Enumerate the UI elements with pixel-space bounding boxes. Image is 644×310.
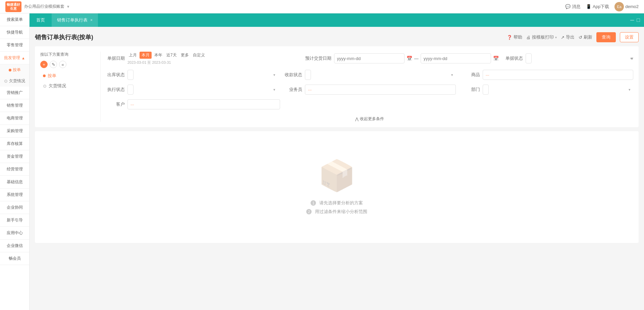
exec-status-label: 执行状态 <box>106 87 125 93</box>
receipt-status-label: 收款状态 <box>283 72 302 78</box>
sidebar-label-search: 搜索菜单 <box>1 17 28 22</box>
receipt-status-select[interactable] <box>305 70 311 80</box>
tab-close-icon[interactable]: × <box>90 18 93 22</box>
dept-select[interactable] <box>483 85 489 95</box>
message-button[interactable]: 💬 消息 <box>565 4 581 10</box>
sidebar-label-enterprise: 企业协同 <box>1 205 28 210</box>
expected-date-range: 📅 — 📅 <box>334 53 499 63</box>
filter-row-2: 出库状态 收款状态 <box>106 70 633 80</box>
doc-status-select[interactable] <box>526 53 532 63</box>
filter-row-4: 客户 <box>106 99 633 109</box>
sidebar-item-apps[interactable]: 应用中心 <box>0 227 29 240</box>
sidebar-sub-item-debt[interactable]: ⊙ 欠货情况 <box>0 75 29 87</box>
page-actions: ❓ 帮助 🖨 按模板打印 ▾ ↗ 导出 ↺ 刷新 <box>507 32 639 42</box>
filter-field-expected-date: 预计交货日期 📅 — 📅 <box>305 53 499 63</box>
goods-label: 商品 <box>461 72 480 78</box>
plan-item-debt[interactable]: ⊙ 欠货情况 <box>40 81 96 91</box>
plan-item-press[interactable]: 按单 <box>40 71 96 81</box>
date-tab-current-month[interactable]: 本月 <box>140 52 152 59</box>
salesperson-input[interactable] <box>305 85 455 95</box>
sidebar-item-newbie[interactable]: 新手引导 <box>0 214 29 227</box>
date-tab-more[interactable]: 更多 <box>179 52 190 59</box>
add-plan-button[interactable]: + <box>40 61 48 68</box>
sidebar-item-enterprise[interactable]: 企业协同 <box>0 201 29 214</box>
print-button[interactable]: 🖨 按模板打印 ▾ <box>526 34 557 40</box>
dept-select-wrapper <box>483 85 633 95</box>
salesperson-label: 业务员 <box>283 87 302 93</box>
content-area: 首页 销售订单执行表 × ─ □ 销售订单执行表(按单) ❓ 帮助 <box>30 13 644 310</box>
collapse-up-icon: ⋀ <box>355 117 359 121</box>
doc-status-label: 单据状态 <box>504 55 523 61</box>
collapse-plan-button[interactable]: « <box>59 61 66 68</box>
filter-row-1: 单据日期 上月 本月 本年 近7天 更多 自定义 <box>106 52 633 65</box>
filter-field-goods: 商品 <box>461 70 633 80</box>
edit-plan-button[interactable]: ✎ <box>50 61 57 68</box>
export-icon: ↗ <box>561 35 565 40</box>
sidebar-item-member[interactable]: 畅会员 <box>0 252 29 265</box>
sidebar-item-purchase[interactable]: 采购管理 <box>0 125 29 138</box>
tab-maximize-icon[interactable]: □ <box>637 17 640 23</box>
sidebar-item-quick-nav[interactable]: 快捷导航 <box>0 26 29 39</box>
sidebar-label-newbie: 新手引导 <box>1 217 28 223</box>
sidebar-item-stock[interactable]: 库存核算 <box>0 138 29 150</box>
exec-status-select[interactable] <box>127 85 133 95</box>
stock-status-select[interactable] <box>127 70 133 80</box>
help-button[interactable]: ❓ 帮助 <box>507 34 522 40</box>
filter-field-customer: 客户 <box>106 99 280 109</box>
refresh-button[interactable]: ↺ 刷新 <box>579 34 592 40</box>
tab-minimize-icon[interactable]: ─ <box>630 17 634 23</box>
sidebar-item-retail[interactable]: 零售管理 <box>0 39 29 52</box>
sidebar-label-purchase: 采购管理 <box>1 128 28 134</box>
sidebar-label-ecommerce: 电商管理 <box>1 115 28 121</box>
date-label: 单据日期 <box>106 55 125 61</box>
sidebar-item-system[interactable]: 系统管理 <box>0 189 29 201</box>
empty-text-2: 2 用过滤条件来缩小分析范围 <box>306 207 367 216</box>
plan-debt-label: 欠货情况 <box>49 83 66 89</box>
tab-sales-exec-label: 销售订单执行表 <box>57 17 88 23</box>
page-header: 销售订单执行表(按单) ❓ 帮助 🖨 按模板打印 ▾ ↗ 导出 <box>35 32 639 42</box>
filter-field-receipt-status: 收款状态 <box>283 70 455 80</box>
tab-home-label: 首页 <box>36 17 45 23</box>
sidebar-item-marketing[interactable]: 营销推广 <box>0 87 29 99</box>
message-icon: 💬 <box>565 4 571 9</box>
app-dropdown-icon[interactable]: ▾ <box>67 4 69 9</box>
logo-text: 畅捷通好生意 <box>5 3 21 11</box>
sidebar-item-ecommerce[interactable]: 电商管理 <box>0 112 29 125</box>
date-tab-current-year[interactable]: 本年 <box>153 52 164 59</box>
sidebar-item-search[interactable]: 搜索菜单 <box>0 13 29 26</box>
plan-debt-icon: ⊙ <box>43 84 47 89</box>
collapse-bar[interactable]: ⋀ 收起更多条件 <box>106 114 633 122</box>
settings-button[interactable]: 设置 <box>620 32 639 42</box>
sidebar-item-wholesale[interactable]: 批发管理 ▲ <box>0 52 29 64</box>
sidebar-item-basic[interactable]: 基础信息 <box>0 176 29 189</box>
tab-sales-exec[interactable]: 销售订单执行表 × <box>52 13 98 27</box>
filter-left-title: 按以下方案查询 <box>40 52 96 57</box>
sidebar: 搜索菜单 快捷导航 零售管理 批发管理 ▲ 按单 ⊙ 欠货情况 营销推广 <box>0 13 30 310</box>
expected-date-from[interactable] <box>334 53 405 63</box>
date-tab-prev-month[interactable]: 上月 <box>127 52 138 59</box>
sidebar-item-sales[interactable]: 销售管理 <box>0 99 29 112</box>
sidebar-label-wholesale: 批发管理 <box>4 55 20 61</box>
user-profile[interactable]: Ea demo2 <box>614 2 639 11</box>
sidebar-item-finance[interactable]: 资金管理 <box>0 150 29 163</box>
main-layout: 搜索菜单 快捷导航 零售管理 批发管理 ▲ 按单 ⊙ 欠货情况 营销推广 <box>0 13 644 310</box>
sidebar-sub-item-press[interactable]: 按单 <box>0 64 29 75</box>
print-icon: 🖨 <box>526 35 531 40</box>
export-button[interactable]: ↗ 导出 <box>561 34 575 40</box>
empty-state: 📦 1 请先选择要分析的方案 2 用过滤条件来缩小分析范围 <box>35 131 639 243</box>
customer-input[interactable] <box>127 99 280 109</box>
goods-input[interactable] <box>483 70 633 80</box>
sidebar-label-wechat: 企业微信 <box>1 243 28 249</box>
expected-date-to[interactable] <box>421 53 491 63</box>
tab-bar-actions: ─ □ <box>630 17 644 23</box>
filter-layout: 按以下方案查询 + ✎ « <box>40 52 633 122</box>
collapse-label: 收起更多条件 <box>360 116 384 122</box>
search-button[interactable]: 查询 <box>596 32 616 42</box>
sidebar-item-operation[interactable]: 经营管理 <box>0 163 29 176</box>
date-tab-custom[interactable]: 自定义 <box>192 52 206 59</box>
sidebar-item-wechat[interactable]: 企业微信 <box>0 240 29 252</box>
print-dropdown-icon: ▾ <box>555 36 557 39</box>
app-download-button[interactable]: 📱 App下载 <box>586 4 609 10</box>
tab-home[interactable]: 首页 <box>30 13 52 27</box>
date-tab-7days[interactable]: 近7天 <box>165 52 178 59</box>
